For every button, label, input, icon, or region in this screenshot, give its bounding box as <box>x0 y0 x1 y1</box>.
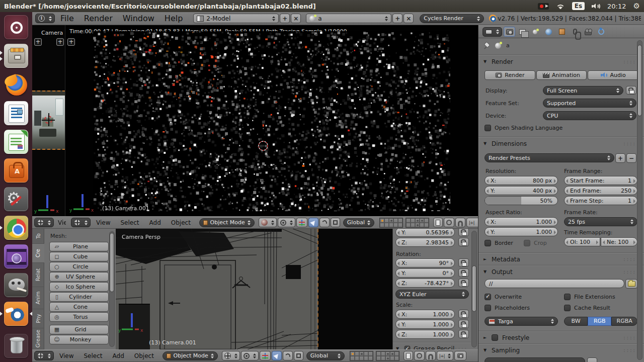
audio-button[interactable]: Audio <box>588 70 638 80</box>
launcher-files-icon[interactable] <box>4 44 28 68</box>
tab-physics[interactable]: Phy <box>32 309 44 328</box>
layers-widget[interactable] <box>376 351 399 361</box>
screen-recorder-icon[interactable] <box>538 3 549 10</box>
menu-select[interactable]: Select <box>79 352 107 359</box>
tab-physics[interactable] <box>595 27 607 37</box>
launcher-gimp-icon[interactable] <box>4 273 28 297</box>
lock-icon[interactable] <box>458 229 469 236</box>
editor-type-selector[interactable] <box>71 218 91 227</box>
lock-to-scene-button[interactable] <box>404 351 413 360</box>
editor-type-selector[interactable] <box>34 351 54 360</box>
translate-manipulator[interactable] <box>308 218 318 227</box>
lock-icon[interactable] <box>458 238 469 246</box>
clock[interactable]: 20:12 <box>607 3 626 10</box>
mode-select[interactable]: Object Mode <box>199 218 255 227</box>
color-mode-bw-button[interactable]: BW <box>564 317 588 326</box>
launcher-kdenlive-icon[interactable] <box>4 244 28 268</box>
add-mesh-monkey-button[interactable]: ☺Monkey <box>49 335 109 344</box>
volume-icon[interactable] <box>592 3 600 10</box>
render-result-viewport[interactable]: Time:00:00.47 | Remaining:01:18:52.83 | … <box>65 25 478 216</box>
expand-region-button[interactable]: + <box>56 38 64 46</box>
screen-layout-selector[interactable]: 2-Model <box>193 14 279 23</box>
tab-grease-pencil[interactable]: Grease <box>32 328 44 349</box>
cache-result-checkbox[interactable] <box>564 305 571 311</box>
remap-old-field[interactable]: Ol: 100 <box>564 237 600 246</box>
tool-shelf-scrollbar[interactable] <box>109 231 115 347</box>
manipulator-toggle[interactable] <box>260 351 271 360</box>
scale-x-field[interactable]: X:1.000 <box>395 310 455 319</box>
animation-button[interactable]: Animation <box>536 70 587 80</box>
add-mesh-circle-button[interactable]: ○Circle <box>49 262 109 272</box>
launcher-blender-icon[interactable] <box>4 302 28 326</box>
session-gear-icon[interactable]: ⚙ <box>633 3 640 10</box>
3d-viewport[interactable]: Camera Persp (13) Camera.001 y x <box>116 229 392 349</box>
lock-icon[interactable] <box>458 310 469 318</box>
n-panel-scrollbar[interactable] <box>471 231 477 347</box>
tab-render-layers[interactable] <box>517 27 528 37</box>
tab-relations[interactable]: Relat <box>32 263 44 287</box>
snap-toggle-button[interactable] <box>455 218 465 227</box>
menu-view[interactable]: View <box>55 352 78 359</box>
display-select[interactable]: Full Screen <box>543 86 623 95</box>
output-path-field[interactable]: // <box>485 279 624 288</box>
rotation-x-field[interactable]: X:90° <box>395 258 455 267</box>
pin-icon[interactable] <box>484 42 490 49</box>
tab-constraints[interactable] <box>569 27 581 37</box>
editor-type-selector[interactable]: i <box>35 14 55 23</box>
sampling-partial-widget[interactable] <box>485 357 585 362</box>
add-mesh-grid-button[interactable]: ▦Grid <box>49 325 109 334</box>
mode-select[interactable]: Object Mode <box>163 351 218 360</box>
layers-widget[interactable] <box>406 218 429 228</box>
feature-set-select[interactable]: Supported <box>543 99 636 108</box>
device-select[interactable]: CPU <box>543 111 636 120</box>
resolution-percentage-slider[interactable]: 50% <box>485 196 558 205</box>
osl-checkbox[interactable] <box>485 125 491 131</box>
menu-add[interactable]: Add <box>108 352 129 359</box>
start-frame-field[interactable]: Start Frame:1 <box>564 176 637 185</box>
lock-icon[interactable] <box>458 330 469 338</box>
launcher-trash-icon[interactable] <box>4 334 28 358</box>
add-preset-button[interactable]: + <box>615 153 625 163</box>
launcher-chrome-icon[interactable] <box>4 216 28 240</box>
grease-pencil-panel-header[interactable]: ▼ Grease Pencil:::: <box>396 344 467 349</box>
expand-region-button[interactable]: + <box>67 38 75 46</box>
add-mesh-plane-button[interactable]: ▱Plane <box>49 242 109 251</box>
menu-view[interactable]: View <box>92 219 115 226</box>
tab-world[interactable] <box>543 27 554 37</box>
scale-manipulator[interactable] <box>294 351 303 360</box>
menu-object[interactable]: Object <box>130 352 158 359</box>
opengl-render-button[interactable] <box>454 351 466 360</box>
aspect-x-field[interactable]: X:1.000 <box>485 217 558 226</box>
dimensions-panel-header[interactable]: ▼Dimensions:::: <box>484 139 636 148</box>
launcher-firefox-icon[interactable] <box>4 72 28 97</box>
metadata-panel-header[interactable]: ►Metadata:::: <box>484 254 636 264</box>
rotation-mode-select[interactable]: XYZ Euler <box>395 290 469 299</box>
scale-z-field[interactable]: Z:1.000 <box>395 330 455 339</box>
scale-manipulator[interactable] <box>331 218 340 227</box>
overwrite-checkbox[interactable] <box>485 294 491 300</box>
snap-element-select[interactable]: |+| <box>437 351 454 360</box>
layers-widget[interactable] <box>379 218 403 228</box>
menu-object[interactable]: Object <box>167 219 195 226</box>
menu-help[interactable]: Help <box>160 14 187 23</box>
keyboard-layout-indicator[interactable]: Es <box>572 2 585 10</box>
location-z-field[interactable]: Z:2.98345 <box>395 238 455 247</box>
editor-type-selector[interactable] <box>482 27 502 37</box>
translate-manipulator[interactable] <box>272 351 282 360</box>
resolution-x-field[interactable]: X:800 px <box>485 176 558 185</box>
render-presets-select[interactable]: Render Presets <box>485 153 614 162</box>
editor-type-selector[interactable] <box>34 218 54 227</box>
rotate-manipulator[interactable] <box>319 218 330 227</box>
viewport-shading-select[interactable] <box>222 351 240 360</box>
file-format-select[interactable]: Targa <box>485 317 558 326</box>
scale-y-field[interactable]: Y:1.000 <box>395 320 455 329</box>
frame-step-field[interactable]: Frame Step:1 <box>564 196 637 205</box>
pivot-point-select[interactable] <box>278 218 295 227</box>
crop-checkbox[interactable] <box>524 240 530 246</box>
close-scene-button[interactable]: × <box>404 14 414 23</box>
render-panel-header[interactable]: ▼Render:::: <box>484 57 636 66</box>
launcher-libreoffice-calc-icon[interactable] <box>4 130 28 154</box>
launcher-software-center-icon[interactable] <box>4 158 28 183</box>
grease-pencil-checkbox[interactable] <box>405 346 411 349</box>
proportional-edit-button[interactable] <box>414 351 425 360</box>
